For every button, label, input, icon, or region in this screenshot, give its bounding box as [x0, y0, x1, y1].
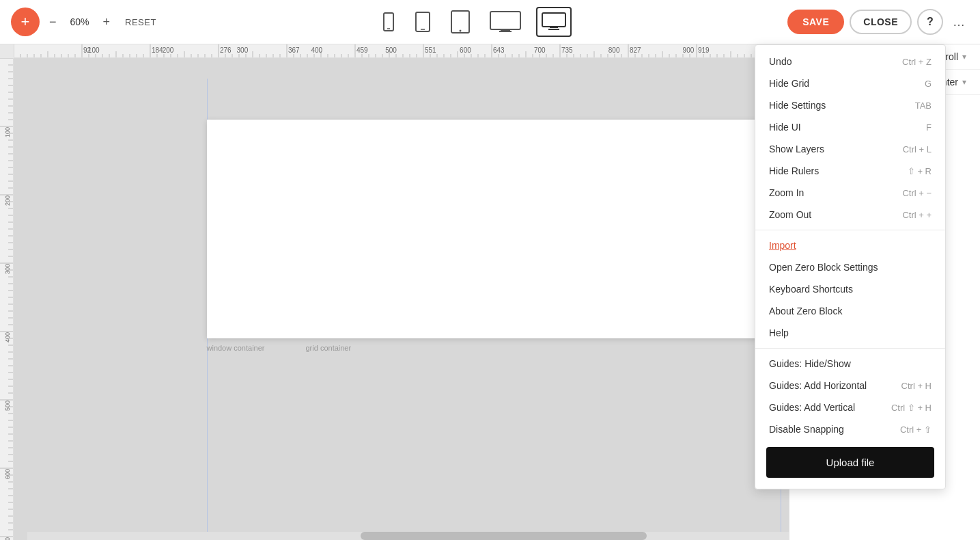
chevron-down-icon-2: ▾ — [962, 77, 966, 87]
menu-item-label: About Zero Block — [769, 306, 842, 316]
svg-rect-6 — [490, 12, 520, 29]
menu-item-label: Zoom In — [769, 187, 804, 198]
svg-rect-0 — [384, 13, 393, 31]
menu-item-guides-add-vertical[interactable]: Guides: Add VerticalCtrl ⇧ + H — [755, 396, 945, 418]
menu-item-guides-hideshow[interactable]: Guides: Hide/Show — [755, 353, 945, 375]
menu-separator-2 — [755, 348, 945, 349]
menu-item-label: Hide Rulers — [769, 165, 819, 176]
menu-item-shortcut: TAB — [915, 100, 932, 111]
menu-item-shortcut: Ctrl + Z — [902, 57, 932, 67]
menu-item-label: Import — [769, 240, 796, 251]
menu-item-zoom-in[interactable]: Zoom InCtrl + − — [755, 182, 945, 204]
more-button[interactable]: … — [949, 12, 969, 32]
menu-item-help[interactable]: Help — [755, 322, 945, 344]
menu-item-label: Zoom Out — [769, 209, 811, 220]
menu-item-label: Hide Grid — [769, 78, 809, 89]
window-container-label: window container — [207, 344, 265, 352]
menu-item-label: Guides: Add Horizontal — [769, 380, 867, 391]
horizontal-scrollbar-thumb[interactable] — [361, 532, 647, 540]
menu-item-undo[interactable]: UndoCtrl + Z — [755, 51, 945, 72]
menu-item-shortcut: Ctrl + L — [903, 144, 932, 154]
menu-item-label: Hide Settings — [769, 100, 826, 111]
menu-item-open-zero-block-settings[interactable]: Open Zero Block Settings — [755, 256, 945, 278]
toolbar: + − 60% + RESET SAVE CLOSE ? … — [0, 0, 980, 44]
close-button[interactable]: CLOSE — [850, 10, 912, 34]
menu-item-shortcut: G — [925, 79, 932, 89]
menu-item-label: Guides: Hide/Show — [769, 358, 851, 369]
add-button[interactable]: + — [11, 8, 40, 36]
menu-item-shortcut: ⇧ + R — [908, 166, 932, 176]
svg-rect-9 — [542, 13, 565, 27]
menu-item-disable-snapping[interactable]: Disable SnappingCtrl + ⇧ — [755, 418, 945, 440]
menu-item-hide-rulers[interactable]: Hide Rulers⇧ + R — [755, 160, 945, 182]
zoom-minus-button[interactable]: − — [45, 12, 61, 32]
menu-item-shortcut: Ctrl + H — [901, 381, 932, 391]
device-tablet-button[interactable] — [446, 5, 475, 38]
menu-item-label: Show Layers — [769, 144, 824, 154]
dropdown-menu: UndoCtrl + ZHide GridGHide SettingsTABHi… — [755, 44, 946, 489]
menu-item-show-layers[interactable]: Show LayersCtrl + L — [755, 138, 945, 160]
container-labels: window container grid container — [207, 344, 352, 352]
grid-container-label: grid container — [306, 344, 352, 352]
menu-item-shortcut: Ctrl + − — [902, 188, 932, 198]
zoom-value: 60% — [66, 16, 94, 27]
menu-item-hide-grid[interactable]: Hide GridG — [755, 72, 945, 94]
toolbar-center — [162, 5, 787, 38]
menu-item-shortcut: Ctrl + + — [902, 210, 932, 220]
toolbar-left: + − 60% + RESET — [11, 8, 162, 36]
device-mobile-small-button[interactable] — [378, 8, 400, 36]
device-desktop-wide-button[interactable] — [486, 7, 525, 37]
menu-item-import[interactable]: Import — [755, 234, 945, 256]
menu-item-label: Open Zero Block Settings — [769, 262, 878, 273]
menu-item-shortcut: Ctrl ⇧ + H — [891, 403, 932, 413]
menu-item-about-zero-block[interactable]: About Zero Block — [755, 300, 945, 322]
menu-item-hide-ui[interactable]: Hide UIF — [755, 116, 945, 138]
menu-item-keyboard-shortcuts[interactable]: Keyboard Shortcuts — [755, 278, 945, 300]
menu-item-label: Guides: Add Vertical — [769, 402, 855, 413]
upload-file-button[interactable]: Upload file — [766, 447, 934, 478]
zoom-plus-button[interactable]: + — [99, 12, 115, 32]
menu-item-zoom-out[interactable]: Zoom OutCtrl + + — [755, 204, 945, 226]
svg-point-5 — [460, 30, 462, 32]
svg-rect-2 — [416, 12, 430, 31]
svg-rect-4 — [451, 11, 469, 33]
menu-item-guides-add-horizontal[interactable]: Guides: Add HorizontalCtrl + H — [755, 375, 945, 396]
page-container — [207, 120, 781, 338]
menu-separator-1 — [755, 230, 945, 230]
reset-button[interactable]: RESET — [120, 14, 162, 30]
device-desktop-button[interactable] — [536, 7, 572, 37]
menu-item-label: Disable Snapping — [769, 424, 844, 435]
toolbar-right: SAVE CLOSE ? … — [787, 9, 969, 35]
help-button[interactable]: ? — [917, 9, 943, 35]
device-mobile-button[interactable] — [410, 8, 435, 36]
menu-item-label: Help — [769, 327, 789, 338]
menu-item-label: Hide UI — [769, 122, 801, 133]
menu-item-label: Keyboard Shortcuts — [769, 284, 853, 295]
menu-item-shortcut: F — [926, 122, 932, 133]
menu-item-label: Undo — [769, 56, 792, 67]
menu-item-hide-settings[interactable]: Hide SettingsTAB — [755, 94, 945, 116]
save-button[interactable]: SAVE — [787, 10, 844, 34]
chevron-down-icon: ▾ — [962, 52, 966, 62]
menu-item-shortcut: Ctrl + ⇧ — [900, 424, 932, 435]
vertical-ruler — [0, 58, 14, 540]
